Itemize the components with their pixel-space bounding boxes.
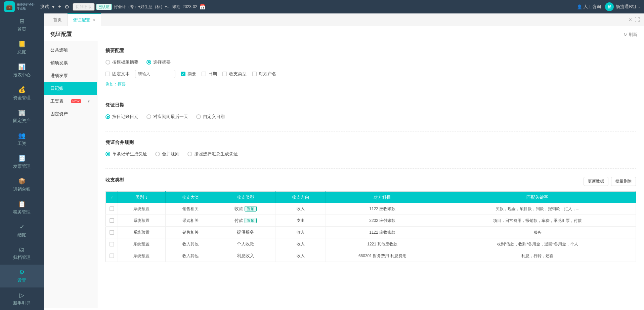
help-button[interactable]: 👤 人工咨询 (577, 4, 601, 10)
sidebar-item-general-ledger[interactable]: 📒 总账 (0, 36, 44, 59)
merge-rules-radio-single[interactable]: 单条记录生成凭证 (105, 151, 147, 157)
assets-icon: 🏢 (18, 109, 26, 116)
sidebar-item-home[interactable]: ⊞ 首页 (0, 13, 44, 36)
purchase-icon: 📦 (18, 178, 26, 185)
refresh-button[interactable]: ↻ 刷新 (624, 32, 637, 38)
radio-circle-period-last (146, 114, 151, 119)
radio-circle-single (105, 152, 110, 156)
period-value: 2023-02 (182, 4, 197, 9)
checkbox-summary[interactable]: ✓ 摘要 (181, 71, 196, 77)
td-category: 系统预置 (118, 203, 166, 215)
voucher-date-title: 凭证日期 (105, 102, 636, 108)
sidebar-item-payroll[interactable]: 👥 工资 (0, 128, 44, 151)
left-nav-payroll-table[interactable]: 工资表 NEW ▼ (44, 95, 97, 108)
sidebar-item-label: 报表中心 (13, 72, 31, 78)
row-checkbox[interactable] (110, 254, 114, 258)
archive-icon: 🗂 (19, 246, 25, 253)
th-keywords: 匹配关键字 (439, 192, 636, 203)
table-row: 系统预置 采购相关 付款 置顶 支出 2202 应付账款 项目，日常费用，报销款… (106, 215, 636, 227)
topbar-tags: 已认证 好会计（专）+好生意（标）+... 账期 2023-02 📅 (96, 4, 206, 10)
sidebar-item-settings[interactable]: ⚙ 设置 (0, 265, 44, 287)
voucher-date-radio-period-last[interactable]: 对应期间最后一天 (146, 114, 188, 120)
td-type: 收款 置顶 (216, 203, 275, 215)
th-subject: 对方科目 (326, 192, 439, 203)
td-subject: 2202 应付账款 (326, 215, 439, 227)
settings-icon[interactable]: ⚙ (65, 4, 69, 10)
td-keywords: 项目，日常费用，报销款，车费，承兑汇票，付款 (439, 215, 636, 227)
content-area: 首页 凭证配置 × × ⛶ 凭证配置 ↻ 刷新 (44, 13, 644, 310)
batch-delete-button[interactable]: 批量删除 (611, 177, 636, 186)
main-layout: ⊞ 首页 📒 总账 📊 报表中心 💰 资金管理 🏢 固定资产 👥 工资 🧾 发票… (0, 13, 644, 310)
radio-circle-merge (155, 152, 160, 156)
inner-layout: 公共选项 销项发票 进项发票 日记账 工资表 NEW ▼ (44, 41, 644, 308)
left-nav-purchase-invoice[interactable]: 进项发票 (44, 69, 97, 82)
top-badge: 置顶 (245, 206, 257, 211)
left-nav-journal[interactable]: 日记账 (44, 82, 97, 95)
sidebar-item-label: 税务管理 (13, 209, 31, 215)
sidebar-item-purchase-sales[interactable]: 📦 进销台账 (0, 173, 44, 196)
voucher-date-radio-journal[interactable]: 按日记账日期 (105, 114, 138, 120)
company-dropdown[interactable]: ▼ (51, 4, 55, 9)
close-tab-button[interactable]: × (629, 17, 632, 23)
th-major-type: 收支大类 (165, 192, 216, 203)
sidebar-item-tax-mgmt[interactable]: 📋 税务管理 (0, 196, 44, 219)
td-direction: 支出 (275, 215, 326, 227)
td-major-type: 收入其他 (165, 238, 216, 250)
tab-voucher-config[interactable]: 凭证配置 × (68, 13, 101, 26)
td-checkbox (106, 203, 118, 215)
sidebar-item-settlement[interactable]: ✓ 结账 (0, 219, 44, 242)
merge-rules-radio-selected-total[interactable]: 按照选择汇总生成凭证 (187, 151, 238, 157)
top-badge: 置顶 (245, 218, 257, 223)
row-checkbox[interactable] (110, 242, 114, 246)
switch-version-button[interactable]: 切到旧版 (73, 3, 95, 11)
checkbox-date[interactable]: 日期 (202, 71, 217, 77)
checkbox-opposite[interactable]: 对方户名 (252, 71, 276, 77)
sidebar-item-invoice-mgmt[interactable]: 🧾 发票管理 (0, 151, 44, 173)
left-nav-sales-invoice[interactable]: 销项发票 (44, 56, 97, 69)
radio-circle-template (105, 60, 110, 65)
summary-config-title: 摘要配置 (105, 48, 636, 54)
left-nav-fixed-assets[interactable]: 固定资产 (44, 108, 97, 120)
left-nav-public[interactable]: 公共选项 (44, 44, 97, 56)
fullscreen-button[interactable]: ⛶ (635, 17, 640, 23)
update-data-button[interactable]: 更新数据 (584, 177, 608, 186)
row-checkbox[interactable] (110, 230, 114, 235)
td-type: 付款 置顶 (216, 215, 275, 227)
summary-radio-template[interactable]: 按模板版摘要 (105, 59, 138, 65)
row-checkbox[interactable] (110, 206, 114, 211)
checkbox-fixed-text[interactable]: 固定文本 (105, 71, 130, 77)
refresh-icon: ↻ (624, 32, 627, 37)
sidebar-item-fixed-assets[interactable]: 🏢 固定资产 (0, 105, 44, 128)
user-menu[interactable]: 畅 畅捷通B组... (605, 2, 640, 11)
merge-rules-radio-merge[interactable]: 合并规则 (155, 151, 179, 157)
sidebar-item-new-guide[interactable]: ▷ 新手引导 (0, 287, 44, 310)
add-icon[interactable]: + (58, 4, 61, 10)
td-checkbox (106, 215, 118, 227)
fixed-text-input[interactable] (135, 70, 175, 78)
sidebar-item-fund-mgmt[interactable]: 💰 资金管理 (0, 82, 44, 105)
td-major-type: 采购相关 (165, 215, 216, 227)
checkbox-type[interactable]: 收支类型 (222, 71, 247, 77)
td-checkbox (106, 238, 118, 250)
td-major-type: 销售相关 (165, 227, 216, 238)
voucher-date-radio-custom[interactable]: 自定义日期 (196, 114, 225, 120)
tab-home[interactable]: 首页 (48, 13, 68, 26)
th-checkbox: ✓ (106, 192, 118, 203)
checkbox-box-date (202, 72, 206, 76)
radio-circle-selected-total (187, 152, 192, 156)
sidebar-item-archive-mgmt[interactable]: 🗂 归档管理 (0, 242, 44, 265)
radio-circle-custom (196, 114, 201, 119)
summary-radio-select[interactable]: 选择摘要 (146, 59, 171, 65)
settings-icon: ⚙ (19, 269, 25, 276)
tab-close-icon[interactable]: × (93, 18, 95, 23)
header-checkbox[interactable]: ✓ (110, 195, 114, 200)
page-content: 凭证配置 ↻ 刷新 公共选项 销项发票 进项发票 (44, 26, 644, 310)
td-subject: 1221 其他应收款 (326, 238, 439, 250)
merge-rules-section: 凭证合并规则 单条记录生成凭证 合并规则 (105, 140, 636, 169)
sidebar-item-report-center[interactable]: 📊 报表中心 (0, 59, 44, 82)
sidebar-item-label: 工资 (17, 141, 26, 147)
payroll-icon: 👥 (18, 132, 26, 139)
help-icon: 👤 (577, 4, 582, 9)
calendar-icon[interactable]: 📅 (199, 4, 206, 10)
row-checkbox[interactable] (110, 218, 114, 223)
